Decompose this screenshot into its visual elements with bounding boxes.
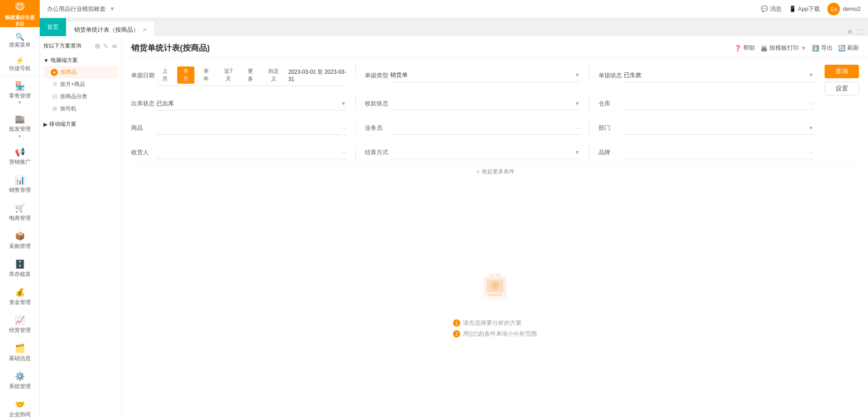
filter-collect-control[interactable]: ▼ <box>390 97 580 110</box>
sidebar-item-basic[interactable]: 🗂️ 基础信息 <box>0 339 39 367</box>
scheme-item-by-month-goods[interactable]: 月 按月+商品 <box>43 78 118 90</box>
filter-brand-item: 品牌 ··· <box>599 146 814 159</box>
sidebar-item-sales-label: 销售管理 <box>9 186 31 194</box>
date-btn-this-month[interactable]: 本月 <box>177 66 194 84</box>
scheme-add-icon[interactable]: ⊕ <box>94 42 100 50</box>
filter-goods-item: 商品 ··· <box>131 121 346 135</box>
scheme-item-by-goods-cat-label: 按商品分类 <box>60 93 87 100</box>
tab-window-close-icon[interactable]: ✕ <box>847 28 853 36</box>
filter-recipient-item: 收货人 ··· <box>131 146 346 159</box>
scheme-category-pc-header[interactable]: ▼ 电脑端方案 <box>43 55 118 66</box>
collapse-up-icon: ∧ <box>476 168 480 175</box>
sidebar-item-marketing[interactable]: 📢 营销推广 <box>0 142 39 171</box>
scheme-item-by-goods-cat[interactable]: 回 按商品分类 <box>43 90 118 103</box>
filter-row-4: 收货人 ··· 结算方式 ▼ <box>131 146 814 159</box>
filter-settlement-control[interactable]: ▼ <box>390 146 580 159</box>
sidebar-item-operation-label: 经营管理 <box>9 327 31 334</box>
sidebar-item-stock[interactable]: 🗄️ 库存核算 <box>0 255 39 283</box>
sidebar: 畅捷通好生意 标版 🔍 搜索菜单 ⚡ 快捷导航 🏪 零售管理 ▼ 🏬 批发管理 … <box>0 0 40 418</box>
collapse-conditions-button[interactable]: ∧ 收起更多条件 <box>131 165 859 178</box>
tab-report-label: 销货单统计表（按商品） <box>74 26 139 34</box>
topbar-left: 办公用品行业模拟账套 ▼ <box>47 5 115 13</box>
scheme-category-mobile-header[interactable]: ▶ 移动端方案 <box>43 119 118 130</box>
retail-icon: 🏪 <box>15 81 25 91</box>
filter-recipient-control[interactable]: ··· <box>156 146 346 159</box>
date-control: 上月 本月 本年 近7天 更多 自定义 2023-03-01 至 2023-03… <box>156 65 346 86</box>
date-btn-last-month[interactable]: 上月 <box>156 66 174 84</box>
scheme-panel: 按以下方案查询 ⊕ ✎ ≪ ▼ 电脑端方案 ● 按商品 月 <box>40 36 122 418</box>
sidebar-item-stock-label: 库存核算 <box>9 271 31 278</box>
marketing-icon: 📢 <box>15 147 25 157</box>
filter-section: 单据日期 上月 本月 本年 近7天 更多 自定义 2023-03-01 至 20… <box>122 58 868 185</box>
date-btn-this-year[interactable]: 本年 <box>198 66 215 84</box>
sidebar-item-purchase[interactable]: 📦 采购管理 <box>0 227 39 255</box>
help-button[interactable]: ❓ 帮助 <box>734 44 755 52</box>
app-download-button[interactable]: 📱 App下载 <box>789 5 820 13</box>
date-btn-custom[interactable]: 自定义 <box>263 66 285 84</box>
sidebar-item-corp[interactable]: 🤝 企业协同 <box>0 395 39 418</box>
sidebar-item-finance-label: 资金管理 <box>9 299 31 306</box>
filter-warehouse-control[interactable]: ··· <box>624 97 814 110</box>
user-menu[interactable]: Ea demo2 <box>827 3 861 15</box>
filter-salesperson-label: 业务员 <box>365 124 390 132</box>
filter-type-label: 单据类型 <box>365 71 390 80</box>
app-name: 畅捷通好生意 <box>5 14 35 21</box>
pc-expand-arrow-icon: ▼ <box>43 57 49 64</box>
filter-salesperson-control[interactable]: ··· <box>390 121 580 135</box>
filter-status-control[interactable]: 已生效 ▼ <box>624 69 814 82</box>
industry-dropdown-icon[interactable]: ▼ <box>109 5 115 12</box>
tab-home[interactable]: 首页 <box>40 18 66 36</box>
filter-brand-control[interactable]: ··· <box>624 146 814 159</box>
tab-window-expand-icon[interactable]: ⛶ <box>856 28 863 36</box>
sidebar-item-sales[interactable]: 📊 销售管理 <box>0 171 39 199</box>
scheme-header-label: 按以下方案查询 <box>43 42 81 50</box>
query-button[interactable]: 查询 <box>825 65 859 78</box>
sidebar-item-retail[interactable]: 🏪 零售管理 ▼ <box>0 76 39 109</box>
sidebar-item-wholesale[interactable]: 🏬 批发管理 ▲ <box>0 109 39 142</box>
scheme-item-by-cashier[interactable]: 按 按司机 <box>43 103 118 115</box>
tab-home-label: 首页 <box>47 23 59 31</box>
help-icon: ❓ <box>734 45 741 52</box>
filter-outstatus-control[interactable]: 已出库 ▼ <box>156 97 346 110</box>
empty-state: 1 请先选择要分析的方案 2 用[过滤]条件来缩小分析范围 <box>122 185 868 418</box>
tab-report[interactable]: 销货单统计表（按商品） ✕ <box>67 22 154 38</box>
svg-point-8 <box>489 273 494 278</box>
date-btn-7days[interactable]: 近7天 <box>218 66 238 84</box>
dept-dropdown-icon: ▼ <box>808 125 814 131</box>
message-button[interactable]: 💬 消息 <box>761 5 782 13</box>
print-button[interactable]: 🖨️ 按模板打印 ▼ <box>760 44 807 52</box>
filter-dept-label: 部门 <box>599 124 624 132</box>
page-content: 按以下方案查询 ⊕ ✎ ≪ ▼ 电脑端方案 ● 按商品 月 <box>40 36 868 418</box>
sidebar-item-basic-label: 基础信息 <box>9 355 31 362</box>
scheme-edit-icon[interactable]: ✎ <box>103 43 108 50</box>
scheme-item-by-goods[interactable]: ● 按商品 <box>43 66 118 78</box>
purchase-icon: 📦 <box>15 231 25 241</box>
sidebar-item-system[interactable]: ⚙️ 系统管理 <box>0 367 39 395</box>
filter-outstatus-value: 已出库 <box>156 100 341 108</box>
scheme-item-by-goods-label: 按商品 <box>61 68 77 76</box>
sidebar-item-retail-label: 零售管理 <box>9 92 31 100</box>
empty-illustration <box>472 263 518 309</box>
filter-main: 销货单统计表(按商品) ❓ 帮助 🖨️ 按模板打印 ▼ ⬇️ 导出 <box>122 36 868 418</box>
page-actions: ❓ 帮助 🖨️ 按模板打印 ▼ ⬇️ 导出 🔄 刷新 <box>734 44 859 52</box>
basic-icon: 🗂️ <box>15 343 25 353</box>
scheme-category-mobile-label: 移动端方案 <box>49 120 76 128</box>
filter-goods-control[interactable]: ··· <box>156 121 346 135</box>
sidebar-item-operation[interactable]: 📈 经营管理 <box>0 311 39 339</box>
date-btn-more[interactable]: 更多 <box>242 66 259 84</box>
settings-button[interactable]: 设置 <box>825 82 859 95</box>
tab-report-close[interactable]: ✕ <box>142 27 147 33</box>
sidebar-item-system-label: 系统管理 <box>9 383 31 390</box>
refresh-button[interactable]: 🔄 刷新 <box>838 44 859 52</box>
retail-arrow-icon: ▼ <box>18 100 22 105</box>
sidebar-quick-nav[interactable]: ⚡ 快捷导航 <box>0 52 39 76</box>
sales-icon: 📊 <box>15 175 25 185</box>
scheme-collapse-icon[interactable]: ≪ <box>111 43 118 50</box>
filter-brand-label: 品牌 <box>599 148 624 157</box>
filter-type-control[interactable]: 销货单 ▼ <box>390 69 580 82</box>
export-button[interactable]: ⬇️ 导出 <box>812 44 833 52</box>
sidebar-search[interactable]: 🔍 搜索菜单 <box>0 27 39 52</box>
sidebar-item-ecom[interactable]: 🛒 电商管理 <box>0 199 39 227</box>
sidebar-item-finance[interactable]: 💰 资金管理 <box>0 283 39 311</box>
filter-dept-control[interactable]: ▼ <box>624 121 814 135</box>
